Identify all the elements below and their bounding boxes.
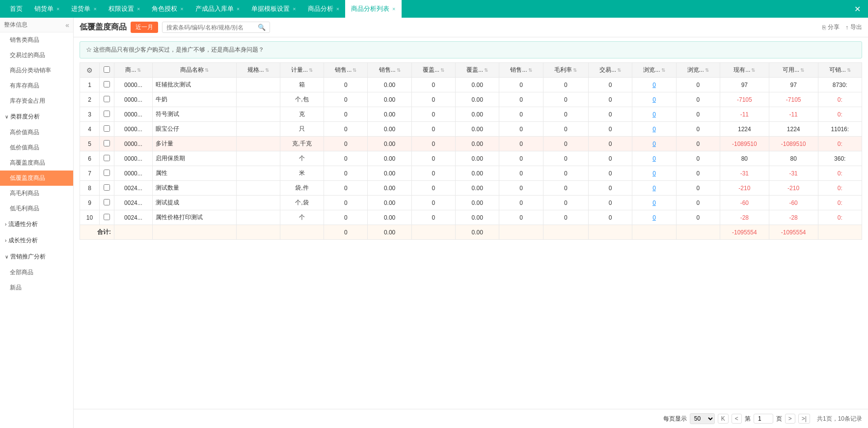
row-checkbox[interactable] xyxy=(104,125,110,132)
collapse-sidebar-icon[interactable]: « xyxy=(65,21,69,29)
cell-browse1[interactable]: 0 xyxy=(632,92,676,107)
cell-check[interactable] xyxy=(100,181,114,196)
col-browse1-header[interactable]: 浏览...⇅ xyxy=(632,63,676,78)
col-available-stock-header[interactable]: 可用...⇅ xyxy=(769,63,818,78)
col-saleable-header[interactable]: 可销...⇅ xyxy=(818,63,862,78)
row-checkbox[interactable] xyxy=(104,81,110,87)
close-icon[interactable]: × xyxy=(336,6,339,12)
search-icon[interactable]: 🔍 xyxy=(258,24,266,31)
nav-tab-product-analysis-list[interactable]: 商品分析列表 × xyxy=(345,0,401,18)
col-sales-qty-header[interactable]: 销售...⇅ xyxy=(324,63,368,78)
cell-check[interactable] xyxy=(100,78,114,92)
sidebar-item-sales-products[interactable]: 销售类商品 xyxy=(0,32,73,48)
cell-check[interactable] xyxy=(100,107,114,122)
row-checkbox[interactable] xyxy=(104,184,110,191)
last-page-button[interactable]: >| xyxy=(798,414,810,424)
sidebar-item-traded-products[interactable]: 交易过的商品 xyxy=(0,48,73,63)
col-coverage2-header[interactable]: 覆盖...⇅ xyxy=(456,63,499,78)
sidebar-item-high-gross[interactable]: 高毛利商品 xyxy=(0,186,73,201)
sidebar-item-new-products[interactable]: 新品 xyxy=(0,280,73,295)
nav-tab-product-entry[interactable]: 产成品入库单 × xyxy=(190,0,245,18)
row-checkbox[interactable] xyxy=(104,214,110,220)
window-close-button[interactable]: ✕ xyxy=(850,2,864,16)
cell-browse1[interactable]: 0 xyxy=(632,151,676,166)
nav-tab-permissions[interactable]: 权限设置 × xyxy=(103,0,146,18)
sidebar-item-low-value[interactable]: 低价值商品 xyxy=(0,140,73,155)
export-button[interactable]: ↑ 导出 xyxy=(845,23,862,31)
sidebar-item-high-coverage[interactable]: 高覆盖度商品 xyxy=(0,155,73,171)
settings-icon[interactable]: ⚙ xyxy=(86,66,93,74)
next-page-button[interactable]: > xyxy=(785,414,795,424)
share-button[interactable]: ⎘ 分享 xyxy=(822,23,840,31)
nav-tab-sales[interactable]: 销货单 × xyxy=(28,0,65,18)
cell-check[interactable] xyxy=(100,137,114,151)
col-sales-num-header[interactable]: 销售...⇅ xyxy=(499,63,543,78)
close-icon[interactable]: × xyxy=(237,6,240,12)
row-checkbox[interactable] xyxy=(104,96,110,102)
sidebar-item-low-gross[interactable]: 低毛利商品 xyxy=(0,201,73,216)
select-all-checkbox[interactable] xyxy=(104,66,110,73)
cell-check[interactable] xyxy=(100,210,114,225)
cell-browse1[interactable]: 0 xyxy=(632,210,676,225)
cell-browse1[interactable]: 0 xyxy=(632,122,676,137)
cell-coverage1: 0 xyxy=(411,151,455,166)
search-input[interactable] xyxy=(166,24,258,31)
row-checkbox[interactable] xyxy=(104,140,110,146)
sidebar-item-category-rate[interactable]: 商品分类动销率 xyxy=(0,63,73,78)
sidebar-item-stocked-products[interactable]: 有库存商品 xyxy=(0,78,73,93)
sidebar-section-circulation[interactable]: › 流通性分析 xyxy=(0,216,73,232)
col-gear[interactable]: ⚙ xyxy=(80,63,100,78)
col-unit-header[interactable]: 计量...⇅ xyxy=(280,63,324,78)
close-icon[interactable]: × xyxy=(392,6,395,12)
nav-tab-product-analysis[interactable]: 商品分析 × xyxy=(302,0,345,18)
close-icon[interactable]: × xyxy=(180,6,183,12)
close-icon[interactable]: × xyxy=(56,6,59,12)
row-checkbox[interactable] xyxy=(104,170,110,176)
close-icon[interactable]: × xyxy=(137,6,140,12)
nav-tab-home[interactable]: 首页 xyxy=(4,0,28,18)
row-checkbox[interactable] xyxy=(104,199,110,205)
sidebar-item-high-value[interactable]: 高价值商品 xyxy=(0,125,73,140)
cell-browse1[interactable]: 0 xyxy=(632,107,676,122)
cell-browse1[interactable]: 0 xyxy=(632,166,676,181)
close-icon[interactable]: × xyxy=(93,6,96,12)
cell-browse1[interactable]: 0 xyxy=(632,78,676,92)
cell-check[interactable] xyxy=(100,92,114,107)
cell-browse1[interactable]: 0 xyxy=(632,196,676,210)
sidebar-section-marketing[interactable]: ∨ 营销推广分析 xyxy=(0,249,73,265)
col-current-stock-header[interactable]: 现有...⇅ xyxy=(720,63,769,78)
cell-saleable: 0: xyxy=(818,166,862,181)
nav-tab-purchase[interactable]: 进货单 × xyxy=(65,0,102,18)
close-icon[interactable]: × xyxy=(293,6,296,12)
cell-check[interactable] xyxy=(100,166,114,181)
cell-browse1[interactable]: 0 xyxy=(632,137,676,151)
col-trade-header[interactable]: 交易...⇅ xyxy=(589,63,632,78)
prev-page-button[interactable]: < xyxy=(732,414,742,424)
col-gross-header[interactable]: 毛利率⇅ xyxy=(543,63,588,78)
nav-tab-roles[interactable]: 角色授权 × xyxy=(146,0,189,18)
sidebar-section-category-analysis[interactable]: ∨ 类群度分析 xyxy=(0,109,73,125)
col-code-header[interactable]: 商...⇅ xyxy=(114,63,153,78)
cell-check[interactable] xyxy=(100,151,114,166)
row-checkbox[interactable] xyxy=(104,155,110,161)
col-coverage1-header[interactable]: 覆盖...⇅ xyxy=(411,63,455,78)
time-filter-button[interactable]: 近一月 xyxy=(131,22,158,33)
cell-check[interactable] xyxy=(100,196,114,210)
col-name-header[interactable]: 商品名称⇅ xyxy=(152,63,236,78)
page-number-input[interactable] xyxy=(754,414,773,424)
per-page-select[interactable]: 102050100 xyxy=(690,413,715,424)
sidebar-section-growth[interactable]: › 成长性分析 xyxy=(0,232,73,249)
sidebar-item-low-coverage[interactable]: 低覆盖度商品 xyxy=(0,171,73,186)
nav-tab-template[interactable]: 单据模板设置 × xyxy=(245,0,301,18)
col-spec-header[interactable]: 规格...⇅ xyxy=(236,63,280,78)
col-sales-amount-header[interactable]: 销售...⇅ xyxy=(368,63,411,78)
row-checkbox[interactable] xyxy=(104,111,110,117)
sidebar-item-inventory-capital[interactable]: 库存资金占用 xyxy=(0,93,73,109)
sidebar-item-all-products[interactable]: 全部商品 xyxy=(0,265,73,280)
first-page-button[interactable]: K xyxy=(718,414,729,424)
col-browse2-header[interactable]: 浏览...⇅ xyxy=(676,63,720,78)
cell-check[interactable] xyxy=(100,122,114,137)
cell-browse1[interactable]: 0 xyxy=(632,181,676,196)
cell-saleable: 8730: xyxy=(818,78,862,92)
cell-code: 0000... xyxy=(114,92,153,107)
